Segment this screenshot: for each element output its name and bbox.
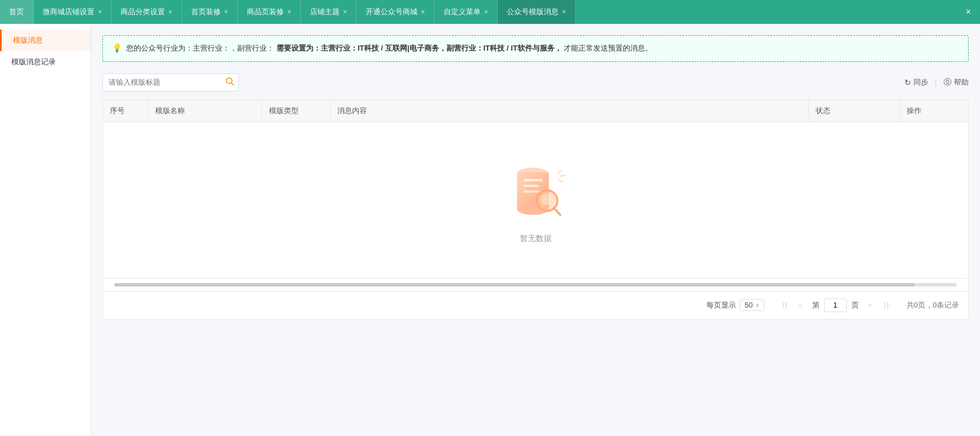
first-page-button[interactable]: ⟨⟨ xyxy=(778,298,792,312)
notice-icon: 💡 xyxy=(112,43,122,52)
search-button[interactable] xyxy=(226,77,234,88)
prev-page-button[interactable]: ＜ xyxy=(794,298,808,312)
nav-tab-label: 商品页装修 xyxy=(247,7,284,17)
toolbar-right: ↻ 同步 | ⓪ 帮助 xyxy=(904,77,969,88)
data-table: 序号模版名称模版类型消息内容状态操作 xyxy=(102,99,969,319)
scrollbar-wrap xyxy=(103,278,968,291)
table-header-status: 状态 xyxy=(809,100,900,122)
page-number-input[interactable] xyxy=(824,298,847,312)
scrollbar-track[interactable] xyxy=(114,283,957,286)
table-header-type: 模版类型 xyxy=(262,100,330,122)
nav-tab-home[interactable]: 首页 xyxy=(0,0,34,24)
close-all-button[interactable]: × xyxy=(957,7,980,17)
nav-tab-close-template-msg[interactable]: × xyxy=(562,8,566,16)
sync-label: 同步 xyxy=(913,77,928,88)
page-size-selector: 每页显示 50 ∨ xyxy=(706,299,764,311)
table-header-name: 模版名称 xyxy=(148,100,262,122)
page-size-label: 每页显示 xyxy=(706,300,736,310)
page-size-select-box[interactable]: 50 ∨ xyxy=(739,299,764,311)
next-page-button[interactable]: ＞ xyxy=(863,298,877,312)
svg-point-9 xyxy=(540,194,552,205)
nav-tab-close-product-decoration[interactable]: × xyxy=(287,8,291,16)
nav-tab-label: 公众号模版消息 xyxy=(507,7,559,17)
notice-suffix: 才能正常发送预置的消息。 xyxy=(564,44,652,52)
table-header: 序号模版名称模版类型消息内容状态操作 xyxy=(103,100,968,122)
page-navigation: ⟨⟨ ＜ 第 页 ＞ ⟩⟩ xyxy=(778,298,893,312)
nav-tab-close-open-mall[interactable]: × xyxy=(421,8,425,16)
search-input-wrap xyxy=(102,73,239,92)
notice-text: 您的公众号行业为：主营行业：，副营行业： 需要设置为：主营行业：IT科技 / 互… xyxy=(126,43,652,55)
svg-line-10 xyxy=(554,208,560,215)
nav-tab-open-mall[interactable]: 开通公众号商城× xyxy=(357,0,435,24)
nav-tab-label: 商品分类设置 xyxy=(121,7,165,17)
pagination: 每页显示 50 ∨ ⟨⟨ ＜ 第 页 ＞ ⟩⟩ 共0页，0条记录 xyxy=(103,291,968,319)
empty-text: 暂无数据 xyxy=(520,234,552,244)
sync-button[interactable]: ↻ 同步 xyxy=(904,77,928,88)
nav-tab-template-msg[interactable]: 公众号模版消息× xyxy=(498,0,576,24)
page-size-value: 50 xyxy=(745,301,752,309)
nav-tab-category-settings[interactable]: 商品分类设置× xyxy=(111,0,182,24)
scrollbar-thumb[interactable] xyxy=(114,283,915,286)
sidebar-item-template-message[interactable]: 模版消息 xyxy=(0,30,90,51)
nav-tab-label: 开通公众号商城 xyxy=(366,7,417,17)
nav-tab-custom-menu[interactable]: 自定义菜单× xyxy=(435,0,498,24)
search-input[interactable] xyxy=(102,73,239,92)
help-icon: ⓪ xyxy=(944,77,952,88)
nav-tab-close-category-settings[interactable]: × xyxy=(168,8,172,16)
chevron-down-icon: ∨ xyxy=(755,302,759,308)
main-content: 💡 您的公众号行业为：主营行业：，副营行业： 需要设置为：主营行业：IT科技 /… xyxy=(91,24,980,436)
table-header-content: 消息内容 xyxy=(330,100,809,122)
notice-prefix: 您的公众号行业为：主营行业：，副营行业： xyxy=(126,44,274,52)
nav-tab-label: 微商城店铺设置 xyxy=(43,7,94,17)
svg-line-1 xyxy=(231,83,234,85)
svg-line-12 xyxy=(560,175,565,176)
nav-tab-label: 首页 xyxy=(9,7,24,17)
divider: | xyxy=(935,78,937,86)
page-suffix-label: 页 xyxy=(851,300,859,310)
total-info: 共0页，0条记录 xyxy=(907,300,959,310)
empty-state: 暂无数据 xyxy=(103,122,968,278)
nav-tab-close-shop-settings[interactable]: × xyxy=(98,8,102,16)
nav-tab-close-home-decoration[interactable]: × xyxy=(224,8,228,16)
notice-banner: 💡 您的公众号行业为：主营行业：，副营行业： 需要设置为：主营行业：IT科技 /… xyxy=(102,35,969,62)
help-label: 帮助 xyxy=(954,77,969,88)
svg-rect-7 xyxy=(523,190,540,193)
help-button[interactable]: ⓪ 帮助 xyxy=(944,77,969,88)
nav-tab-label: 自定义菜单 xyxy=(444,7,481,17)
nav-tab-shop-theme[interactable]: 店铺主题× xyxy=(301,0,357,24)
empty-illustration xyxy=(502,156,570,225)
svg-rect-5 xyxy=(523,179,543,181)
table-header-index: 序号 xyxy=(103,100,148,122)
nav-tab-shop-settings[interactable]: 微商城店铺设置× xyxy=(34,0,111,24)
top-navigation: 首页微商城店铺设置×商品分类设置×首页装修×商品页装修×店铺主题×开通公众号商城… xyxy=(0,0,980,24)
search-bar: ↻ 同步 | ⓪ 帮助 xyxy=(102,73,969,92)
svg-line-11 xyxy=(557,171,561,173)
main-layout: 模版消息模版消息记录 💡 您的公众号行业为：主营行业：，副营行业： 需要设置为：… xyxy=(0,24,980,436)
nav-tab-label: 店铺主题 xyxy=(310,7,340,17)
last-page-button[interactable]: ⟩⟩ xyxy=(879,298,893,312)
sync-icon: ↻ xyxy=(904,78,911,87)
nav-tab-product-decoration[interactable]: 商品页装修× xyxy=(238,0,301,24)
nav-tab-label: 首页装修 xyxy=(191,7,221,17)
svg-rect-6 xyxy=(523,185,539,187)
notice-highlight: 需要设置为：主营行业：IT科技 / 互联网|电子商务，副营行业：IT科技 / I… xyxy=(276,44,562,52)
nav-tab-home-decoration[interactable]: 首页装修× xyxy=(182,0,238,24)
svg-line-13 xyxy=(559,180,563,181)
sidebar: 模版消息模版消息记录 xyxy=(0,24,91,436)
nav-tab-close-custom-menu[interactable]: × xyxy=(484,8,488,16)
page-prefix-label: 第 xyxy=(812,300,820,310)
empty-icon xyxy=(502,156,570,225)
sidebar-item-template-message-log[interactable]: 模版消息记录 xyxy=(0,51,90,73)
table-header-action: 操作 xyxy=(900,100,968,122)
nav-tab-close-shop-theme[interactable]: × xyxy=(343,8,347,16)
